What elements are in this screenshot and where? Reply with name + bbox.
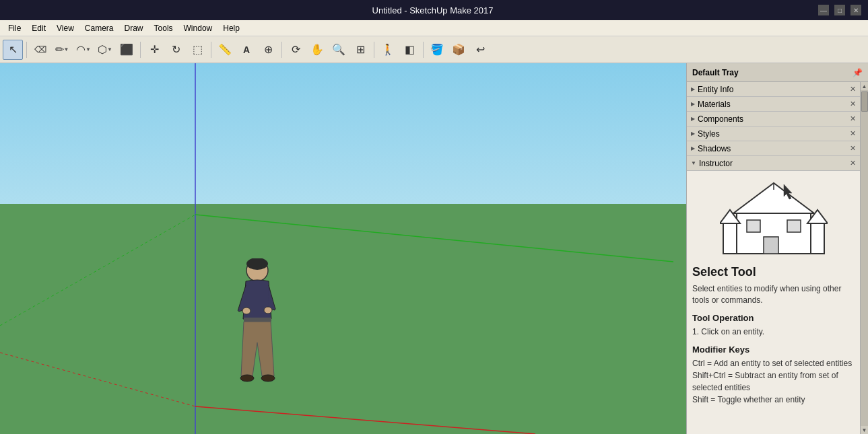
shape-icon: ⬡	[98, 43, 107, 56]
menubar: FileEditViewCameraDrawToolsWindowHelp	[0, 20, 868, 36]
svg-rect-14	[723, 223, 737, 254]
styles-left: ▶ Styles	[691, 129, 720, 139]
arc-arrow[interactable]: ▼	[86, 46, 91, 52]
menu-item-edit[interactable]: Edit	[26, 22, 51, 34]
pin-icon[interactable]: 📌	[853, 68, 863, 77]
components-tray-item[interactable]: ▶ Components ✕	[687, 112, 860, 126]
shape-tool-button[interactable]: ⬡ ▼	[95, 40, 115, 60]
materials-tray-item[interactable]: ▶ Materials ✕	[687, 97, 860, 112]
styles-expand-icon[interactable]: ▶	[691, 131, 695, 137]
instructor-close-button[interactable]: ✕	[850, 159, 856, 168]
viewport[interactable]	[0, 63, 686, 434]
components-label: Components	[698, 114, 743, 124]
select-tool-button[interactable]: ↖	[3, 40, 23, 60]
components-close-button[interactable]: ✕	[850, 114, 856, 123]
tape-tool-button[interactable]: 📏	[215, 40, 235, 60]
entity-info-tray-item[interactable]: ▶ Entity Info ✕	[687, 82, 860, 97]
arc-tool-button[interactable]: ◠ ▼	[73, 40, 94, 60]
menu-item-view[interactable]: View	[51, 22, 79, 34]
tool-title: Select Tool	[692, 265, 855, 279]
default-tray-header: Default Tray 📌	[687, 63, 868, 82]
components-expand-icon[interactable]: ▶	[691, 116, 695, 122]
svg-rect-16	[811, 223, 824, 254]
scroll-up-button[interactable]: ▲	[861, 82, 869, 90]
paint-icon: 🪣	[430, 43, 444, 56]
paint-tool-button[interactable]: 🪣	[427, 40, 447, 60]
svg-point-8	[264, 307, 272, 314]
menu-item-tools[interactable]: Tools	[149, 22, 178, 34]
pencil-tool-button[interactable]: ✏ ▼	[52, 40, 72, 60]
entity-info-close-button[interactable]: ✕	[850, 85, 856, 94]
svg-rect-20	[787, 220, 801, 232]
instructor-left: ▼ Instructor	[691, 159, 733, 168]
panel-scroll-container: ▶ Entity Info ✕ ▶ Materials ✕ ▶	[687, 82, 868, 434]
svg-point-11	[261, 375, 275, 382]
operation-text: 1. Click on an entity.	[692, 326, 855, 338]
eraser-tool-button[interactable]: ⌫	[30, 40, 51, 60]
text-tool-button[interactable]: A	[236, 40, 257, 60]
pushpull-tool-button[interactable]: ⬛	[116, 40, 137, 60]
svg-rect-19	[747, 220, 760, 232]
offset-tool-button[interactable]: ⬚	[187, 40, 207, 60]
window-title: Untitled - SketchUp Make 2017	[47, 5, 818, 15]
svg-rect-9	[244, 318, 271, 322]
svg-point-10	[240, 375, 254, 382]
entity-info-expand-icon[interactable]: ▶	[691, 86, 695, 92]
pencil-arrow[interactable]: ▼	[64, 46, 69, 52]
shadows-close-button[interactable]: ✕	[850, 144, 856, 153]
right-panel: Default Tray 📌 ▶ Entity Info ✕ ▶ Mate	[686, 63, 868, 434]
zoom-tool-button[interactable]: 🔍	[329, 40, 349, 60]
orbit-tool-button[interactable]: ⟳	[286, 40, 306, 60]
shadows-left: ▶ Shadows	[691, 144, 731, 153]
pushpull-icon: ⬛	[120, 43, 133, 56]
styles-tray-item[interactable]: ▶ Styles ✕	[687, 126, 860, 141]
move-icon: ✛	[150, 43, 159, 56]
tool-description: Select entities to modify when using oth…	[692, 283, 855, 306]
ground-plane	[0, 204, 686, 434]
close-button[interactable]: ✕	[850, 5, 861, 15]
toolbar-separator-2	[140, 42, 141, 58]
walk-tool-button[interactable]: 🚶	[378, 40, 398, 60]
zoom-extents-tool-button[interactable]: ⊞	[350, 40, 370, 60]
menu-item-help[interactable]: Help	[218, 22, 245, 34]
svg-rect-21	[764, 237, 778, 254]
section-plane-button[interactable]: ◧	[399, 40, 420, 60]
components-button[interactable]: 📦	[448, 40, 469, 60]
shadows-tray-item[interactable]: ▶ Shadows ✕	[687, 141, 860, 156]
toolbar-separator-4	[281, 42, 282, 58]
modifier-title: Modifier Keys	[692, 345, 855, 355]
shape-arrow[interactable]: ▼	[107, 46, 112, 52]
menu-item-draw[interactable]: Draw	[119, 22, 149, 34]
main-area: Default Tray 📌 ▶ Entity Info ✕ ▶ Mate	[0, 63, 868, 434]
move-tool-button[interactable]: ✛	[144, 40, 164, 60]
window-controls[interactable]: — □ ✕	[818, 5, 861, 15]
select-tool-illustration	[720, 176, 828, 257]
menu-item-file[interactable]: File	[3, 22, 26, 34]
instructor-tray-item[interactable]: ▼ Instructor ✕	[687, 156, 860, 171]
maximize-button[interactable]: □	[834, 5, 845, 15]
tape-icon: 📏	[218, 43, 232, 56]
entity-info-left: ▶ Entity Info	[691, 85, 733, 94]
axes-tool-button[interactable]: ⊕	[258, 40, 278, 60]
minimize-button[interactable]: —	[818, 5, 829, 15]
materials-expand-icon[interactable]: ▶	[691, 101, 695, 107]
materials-left: ▶ Materials	[691, 100, 731, 109]
undo-button[interactable]: ↩	[470, 40, 490, 60]
zoom-icon: 🔍	[332, 43, 345, 56]
scroll-down-button[interactable]: ▼	[861, 426, 869, 434]
materials-close-button[interactable]: ✕	[850, 100, 856, 108]
toolbar-separator-5	[374, 42, 374, 58]
scroll-thumb[interactable]	[861, 92, 868, 112]
panel-main: ▶ Entity Info ✕ ▶ Materials ✕ ▶	[687, 82, 860, 434]
menu-item-camera[interactable]: Camera	[79, 22, 119, 34]
eraser-icon: ⌫	[34, 44, 46, 55]
menu-item-window[interactable]: Window	[178, 22, 218, 34]
styles-close-button[interactable]: ✕	[850, 129, 856, 138]
instructor-expand-icon[interactable]: ▼	[691, 160, 696, 166]
components-left: ▶ Components	[691, 114, 743, 124]
rotate-icon: ↻	[172, 43, 180, 56]
pan-tool-button[interactable]: ✋	[307, 40, 327, 60]
rotate-tool-button[interactable]: ↻	[166, 40, 186, 60]
shadows-expand-icon[interactable]: ▶	[691, 145, 695, 151]
toolbar: ↖ ⌫ ✏ ▼ ◠ ▼ ⬡ ▼ ⬛ ✛ ↻ ⬚ 📏 A ⊕ ⟳ ✋ �	[0, 36, 868, 63]
